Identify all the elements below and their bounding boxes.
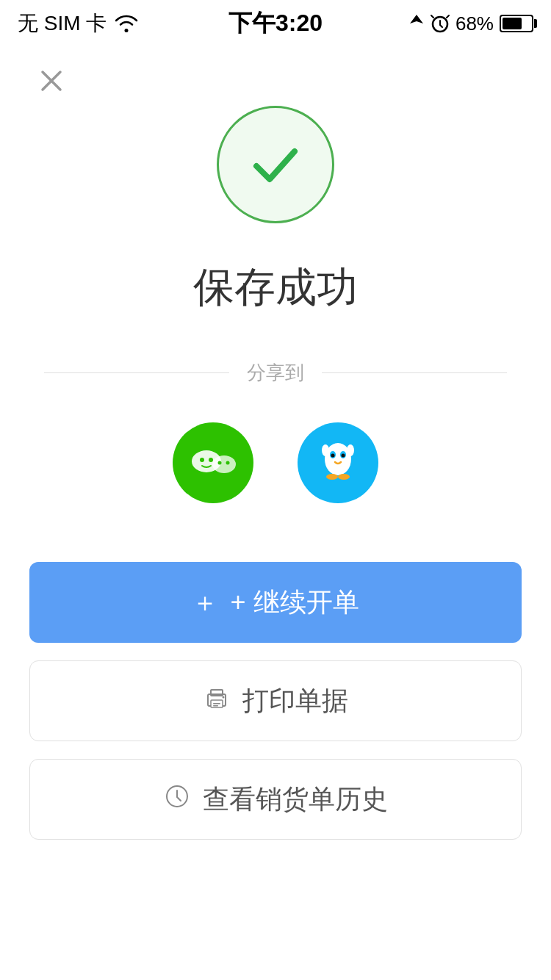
print-button[interactable]: 打印单据 — [29, 660, 522, 741]
action-buttons: ＋ + 继续开单 打印单据 — [0, 562, 551, 840]
clock-svg — [163, 782, 191, 810]
sim-status: 无 SIM 卡 — [18, 10, 107, 37]
share-label: 分享到 — [229, 360, 322, 386]
status-bar-right: 68% — [408, 12, 533, 35]
battery-icon — [500, 15, 533, 32]
printer-icon — [203, 684, 231, 718]
status-bar-left: 无 SIM 卡 — [18, 10, 139, 37]
svg-rect-19 — [213, 703, 220, 705]
divider-left — [44, 372, 229, 373]
svg-point-2 — [212, 455, 236, 473]
alarm-icon — [431, 13, 450, 34]
continue-button[interactable]: ＋ + 继续开单 — [29, 562, 522, 643]
wechat-share-button[interactable] — [173, 422, 253, 503]
svg-point-10 — [331, 454, 334, 458]
battery-indicator — [500, 15, 533, 32]
location-icon — [408, 13, 425, 34]
status-bar: 无 SIM 卡 下午3:20 68% — [0, 0, 551, 47]
continue-label: + 继续开单 — [230, 585, 359, 621]
svg-point-5 — [218, 461, 222, 465]
success-circle — [217, 106, 334, 223]
svg-point-15 — [347, 444, 354, 456]
clock-icon — [163, 782, 191, 817]
qq-share-button[interactable] — [298, 422, 378, 503]
svg-point-12 — [326, 474, 338, 480]
svg-point-3 — [200, 458, 204, 462]
plus-icon: ＋ — [192, 585, 218, 621]
svg-rect-20 — [213, 705, 218, 707]
history-button[interactable]: 查看销货单历史 — [29, 759, 522, 840]
success-title: 保存成功 — [193, 260, 358, 316]
svg-point-6 — [226, 461, 230, 465]
print-label: 打印单据 — [242, 683, 348, 719]
svg-point-4 — [209, 458, 213, 462]
wechat-icon — [187, 441, 239, 485]
divider-right — [322, 372, 507, 373]
qq-icon — [314, 437, 362, 489]
history-label: 查看销货单历史 — [203, 782, 388, 818]
svg-point-11 — [341, 454, 345, 458]
svg-point-13 — [338, 474, 350, 480]
close-button[interactable] — [29, 59, 73, 103]
svg-point-14 — [322, 444, 329, 456]
svg-point-21 — [223, 696, 225, 698]
battery-percent: 68% — [455, 12, 494, 35]
checkmark-icon — [246, 135, 305, 194]
share-divider: 分享到 — [0, 360, 551, 386]
printer-svg — [203, 684, 231, 712]
close-icon — [38, 68, 65, 94]
status-bar-time: 下午3:20 — [228, 7, 323, 40]
main-content: 保存成功 分享到 — [0, 47, 551, 840]
share-icons-container — [173, 422, 378, 503]
wifi-icon — [114, 14, 139, 33]
